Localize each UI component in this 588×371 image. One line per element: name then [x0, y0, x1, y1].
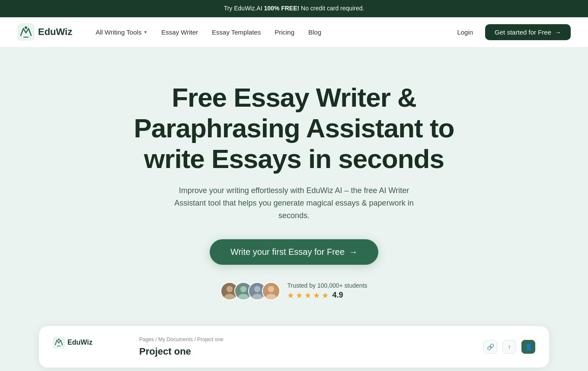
card-logo: EduWiz: [53, 336, 122, 349]
navbar: EduWiz All Writing Tools ▼ Essay Writer …: [0, 17, 588, 48]
hero-heading: Free Essay Writer & Paraphrasing Assista…: [130, 82, 458, 174]
export-icon: ↑: [508, 343, 511, 350]
svg-point-15: [58, 339, 60, 340]
logo-link[interactable]: EduWiz: [17, 23, 72, 41]
hero-subtext: Improve your writing effortlessly with E…: [169, 184, 419, 222]
star-icon: ★: [322, 291, 329, 300]
navbar-right: Login Get started for Free →: [450, 24, 571, 40]
nav-links: All Writing Tools ▼ Essay Writer Essay T…: [89, 25, 327, 39]
logo-icon: [17, 23, 35, 41]
chevron-down-icon: ▼: [143, 30, 147, 35]
bottom-card: EduWiz Pages / My Documents / Project on…: [39, 326, 549, 368]
nav-item-all-writing-tools[interactable]: All Writing Tools ▼: [89, 25, 153, 39]
social-proof: Trusted by 100,000+ students ★ ★ ★ ★ ★ 4…: [17, 282, 571, 300]
export-action-button[interactable]: ↑: [502, 340, 516, 354]
stars-row: ★ ★ ★ ★ ★ 4.9: [287, 291, 367, 300]
link-icon: 🔗: [487, 343, 494, 350]
svg-point-3: [227, 286, 233, 292]
rating-number: 4.9: [332, 291, 343, 300]
share-action-button[interactable]: 👤: [521, 340, 535, 354]
login-button[interactable]: Login: [450, 25, 480, 39]
card-logo-icon: [53, 336, 65, 349]
link-action-button[interactable]: 🔗: [483, 340, 497, 354]
nav-item-essay-writer[interactable]: Essay Writer: [155, 25, 204, 39]
banner-text: Try EduWiz.AI 100% FREE! No credit card …: [224, 5, 364, 12]
avatar-group: [220, 282, 280, 300]
navbar-left: EduWiz All Writing Tools ▼ Essay Writer …: [17, 23, 327, 41]
arrow-right-icon: →: [349, 247, 358, 257]
star-icon: ★: [304, 291, 311, 300]
bottom-card-wrapper: EduWiz Pages / My Documents / Project on…: [0, 326, 588, 371]
avatar: [262, 282, 280, 300]
card-logo-text: EduWiz: [67, 339, 93, 346]
nav-item-essay-templates[interactable]: Essay Templates: [206, 25, 267, 39]
nav-item-blog[interactable]: Blog: [302, 25, 327, 39]
breadcrumb: Pages / My Documents / Project one: [139, 336, 466, 342]
announcement-banner: Try EduWiz.AI 100% FREE! No credit card …: [0, 0, 588, 17]
svg-point-12: [268, 286, 274, 292]
star-icon: ★: [296, 291, 303, 300]
project-title: Project one: [139, 346, 466, 357]
svg-point-6: [240, 286, 246, 292]
nav-item-pricing[interactable]: Pricing: [268, 25, 300, 39]
get-started-button[interactable]: Get started for Free →: [485, 24, 571, 40]
card-actions: 🔗 ↑ 👤: [483, 336, 535, 354]
cta-button[interactable]: Write your first Essay for Free →: [210, 239, 378, 265]
svg-point-1: [25, 26, 27, 29]
card-sidebar: EduWiz: [53, 336, 122, 349]
logo-text: EduWiz: [38, 26, 72, 38]
svg-point-9: [254, 286, 260, 292]
trust-label: Trusted by 100,000+ students: [287, 282, 367, 289]
hero-section: Free Essay Writer & Paraphrasing Assista…: [0, 48, 588, 326]
star-icon: ★: [287, 291, 294, 300]
arrow-right-icon: →: [555, 29, 561, 36]
user-plus-icon: 👤: [525, 343, 532, 350]
trust-info: Trusted by 100,000+ students ★ ★ ★ ★ ★ 4…: [287, 282, 367, 300]
star-icon: ★: [313, 291, 320, 300]
card-main-content: Pages / My Documents / Project one Proje…: [139, 336, 466, 357]
